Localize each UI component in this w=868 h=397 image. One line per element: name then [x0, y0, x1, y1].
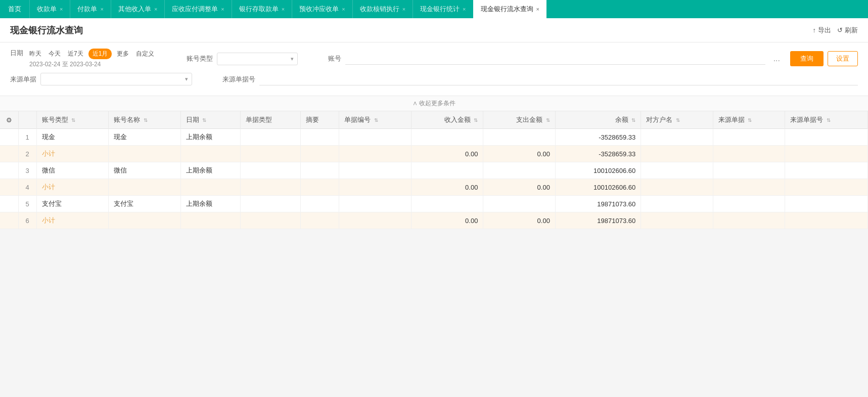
td-source-doc-no	[785, 129, 868, 146]
close-icon[interactable]: ×	[463, 6, 466, 12]
th-account-type[interactable]: 账号类型 ⇅	[36, 111, 109, 129]
table-container: ⚙ 账号类型 ⇅ 账号名称 ⇅ 日期 ⇅ 单据类型	[0, 111, 868, 229]
td-row-num: 6	[18, 212, 36, 229]
td-doc-type	[241, 179, 301, 196]
close-icon[interactable]: ×	[402, 6, 405, 12]
td-account-name	[109, 212, 181, 229]
date-btn-today[interactable]: 今天	[47, 49, 63, 59]
td-source-doc	[713, 146, 785, 162]
date-btn-7days[interactable]: 近7天	[66, 49, 85, 59]
filter-row-1: 日期 昨天 今天 近7天 近1月 更多 自定义 2023-02-24 至 202…	[10, 49, 858, 69]
export-icon: ↑	[813, 26, 816, 34]
td-source-doc	[713, 179, 785, 196]
td-doc-no	[339, 196, 412, 212]
sort-icon: ⇅	[631, 117, 635, 123]
query-button[interactable]: 查询	[790, 51, 824, 66]
td-account-name: 支付宝	[109, 196, 181, 212]
account-type-select-wrapper: 现金 微信 支付宝	[217, 53, 298, 65]
source-doc-num-label: 来源单据号	[222, 75, 255, 84]
settings-button[interactable]: 设置	[828, 51, 858, 66]
th-doc-no[interactable]: 单据编号 ⇅	[339, 111, 412, 129]
export-button[interactable]: ↑ 导出	[813, 26, 832, 35]
th-source-doc-no[interactable]: 来源单据号 ⇅	[785, 111, 868, 129]
nav-tab-cash-bank-stats[interactable]: 现金银行统计 ×	[413, 0, 473, 18]
source-doc-num-input[interactable]	[259, 73, 858, 85]
close-icon[interactable]: ×	[154, 6, 157, 12]
td-counterpart	[641, 212, 713, 229]
td-source-doc	[713, 196, 785, 212]
table-row: 3 微信 微信 上期余额 100102606.60	[0, 162, 868, 179]
date-btn-yesterday[interactable]: 昨天	[27, 49, 43, 59]
sort-icon: ⇅	[144, 117, 148, 123]
td-expense	[483, 129, 556, 146]
sort-icon: ⇅	[374, 117, 378, 123]
td-counterpart	[641, 162, 713, 179]
td-source-doc	[713, 162, 785, 179]
collapse-label: 收起更多条件	[419, 100, 455, 107]
date-btn-more[interactable]: 更多	[115, 49, 131, 59]
nav-tab-bank-deposit[interactable]: 银行存取款单 ×	[232, 0, 292, 18]
th-date[interactable]: 日期 ⇅	[180, 111, 241, 129]
th-income[interactable]: 收入金额 ⇅	[411, 111, 483, 129]
source-doc-select[interactable]	[40, 73, 192, 85]
td-doc-no	[339, 212, 412, 229]
th-balance[interactable]: 余额 ⇅	[555, 111, 641, 129]
td-date: 上期余额	[180, 129, 241, 146]
td-summary	[300, 162, 339, 179]
nav-home[interactable]: 首页	[0, 0, 29, 18]
td-source-doc-no	[785, 212, 868, 229]
td-date	[180, 212, 241, 229]
close-icon[interactable]: ×	[282, 6, 285, 12]
td-summary	[300, 212, 339, 229]
source-doc-filter-group: 来源单据	[10, 73, 192, 85]
collapse-icon: ∧	[413, 100, 419, 107]
collapse-bar[interactable]: ∧ 收起更多条件	[0, 96, 868, 111]
td-account-name: 微信	[109, 162, 181, 179]
close-icon[interactable]: ×	[221, 6, 224, 12]
td-source-doc	[713, 212, 785, 229]
nav-tab-receipts[interactable]: 收款单 ×	[29, 0, 70, 18]
account-label: 账号	[328, 54, 341, 63]
page-title: 现金银行流水查询	[10, 24, 83, 36]
nav-tab-cash-bank-flow[interactable]: 现金银行流水查询 ×	[473, 0, 546, 18]
sort-icon: ⇅	[546, 117, 550, 123]
td-counterpart	[641, 179, 713, 196]
td-counterpart	[641, 146, 713, 162]
nav-tab-receipt-verification[interactable]: 收款核销执行 ×	[352, 0, 413, 18]
account-dots-btn[interactable]: ...	[773, 54, 780, 63]
th-counterpart[interactable]: 对方户名 ⇅	[641, 111, 713, 129]
close-icon[interactable]: ×	[100, 6, 103, 12]
nav-tab-advance-offset[interactable]: 预收冲应收单 ×	[292, 0, 352, 18]
th-account-name[interactable]: 账号名称 ⇅	[109, 111, 181, 129]
date-btn-custom[interactable]: 自定义	[134, 49, 156, 59]
td-doc-type	[241, 146, 301, 162]
th-source-doc[interactable]: 来源单据 ⇅	[713, 111, 785, 129]
date-btn-1month[interactable]: 近1月	[88, 49, 112, 59]
refresh-button[interactable]: ↺ 刷新	[837, 26, 858, 35]
nav-tab-ar-ap-adjust[interactable]: 应收应付调整单 ×	[164, 0, 231, 18]
close-icon[interactable]: ×	[536, 6, 539, 12]
filter-row-2: 来源单据 来源单据号	[10, 73, 858, 85]
td-balance: 19871073.60	[555, 196, 641, 212]
td-source-doc-no	[785, 196, 868, 212]
td-row-num: 5	[18, 196, 36, 212]
close-icon[interactable]: ×	[60, 6, 63, 12]
nav-tab-other-income[interactable]: 其他收入单 ×	[111, 0, 164, 18]
td-settings-cell	[0, 162, 18, 179]
close-icon[interactable]: ×	[342, 6, 345, 12]
sort-icon: ⇅	[474, 117, 478, 123]
td-account-type: 现金	[36, 129, 109, 146]
filter-area: 日期 昨天 今天 近7天 近1月 更多 自定义 2023-02-24 至 202…	[0, 42, 868, 96]
nav-tab-payments[interactable]: 付款单 ×	[70, 0, 110, 18]
account-type-select[interactable]: 现金 微信 支付宝	[217, 53, 298, 65]
table-header-row: ⚙ 账号类型 ⇅ 账号名称 ⇅ 日期 ⇅ 单据类型	[0, 111, 868, 129]
table-row: 2 小计 0.00 0.00 -3528659.33	[0, 146, 868, 162]
th-settings[interactable]: ⚙	[0, 111, 18, 129]
td-account-name	[109, 146, 181, 162]
td-settings-cell	[0, 179, 18, 196]
th-row-num	[18, 111, 36, 129]
td-counterpart	[641, 129, 713, 146]
account-input[interactable]	[345, 53, 765, 65]
th-expense[interactable]: 支出金额 ⇅	[483, 111, 556, 129]
td-source-doc-no	[785, 162, 868, 179]
